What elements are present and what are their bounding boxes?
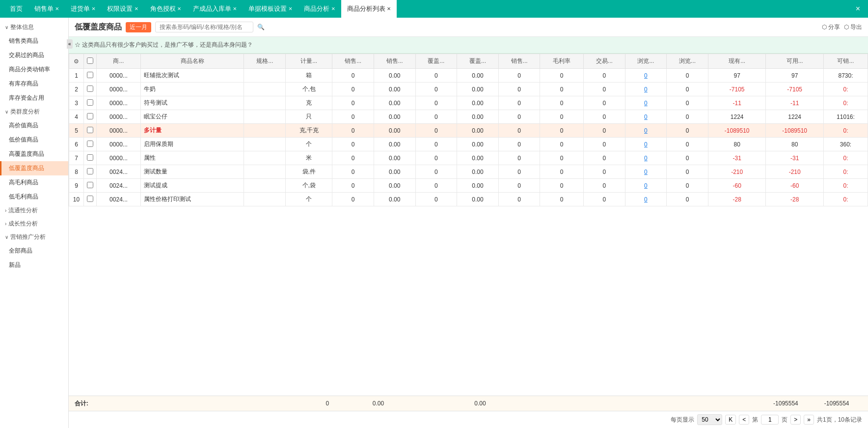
page-size-select[interactable]: 50 100 200: [697, 414, 722, 425]
sidebar-item-low-profit[interactable]: 低毛利商品: [0, 190, 68, 204]
row-unit: 米: [286, 151, 332, 165]
row-checkbox[interactable]: [87, 154, 93, 161]
sidebar-toggle-button[interactable]: «: [67, 39, 69, 49]
sidebar-section-circulation[interactable]: › 流通性分析: [0, 204, 68, 217]
row-browse1[interactable]: 0: [625, 179, 667, 193]
page-title: 低覆盖度商品: [75, 22, 122, 32]
row-sales-x: 0: [498, 151, 540, 165]
close-button[interactable]: ×: [852, 4, 864, 13]
row-browse2: 0: [667, 110, 708, 124]
footer-cells: 0 0.00 0.00 -1095554 -1095554: [98, 399, 862, 408]
table-container[interactable]: ⚙ 商... 商品名称 规格... 计量... 销售... 销售... 覆盖..…: [69, 54, 868, 396]
sidebar-section-overall[interactable]: ∨ 整体信息: [0, 21, 68, 34]
row-browse1[interactable]: 0: [625, 124, 667, 138]
nav-role-auth[interactable]: 角色授权 ×: [144, 0, 187, 18]
sidebar-item-all-products[interactable]: 全部商品: [0, 244, 68, 258]
th-browse1: 浏览...: [625, 54, 667, 69]
row-sales-amt: 0.00: [374, 110, 415, 124]
row-current: -1089510: [708, 124, 766, 138]
row-checkbox[interactable]: [87, 113, 93, 119]
row-cov1: 0: [415, 96, 457, 110]
last-page-button[interactable]: »: [804, 415, 814, 425]
chevron-down-icon: ∨: [5, 25, 8, 30]
first-page-button[interactable]: K: [725, 415, 736, 425]
next-page-button[interactable]: >: [790, 415, 801, 425]
pagination-bar: 每页显示 50 100 200 K < 第 页 > » 共1页，10条记录: [69, 411, 868, 428]
select-all-checkbox[interactable]: [87, 57, 93, 64]
table-header-row: ⚙ 商... 商品名称 规格... 计量... 销售... 销售... 覆盖..…: [69, 54, 868, 69]
info-text: 这类商品只有很少客户购买过，是推广不够，还是商品本身问题？: [82, 41, 253, 48]
row-browse1[interactable]: 0: [625, 69, 667, 83]
search-icon[interactable]: 🔍: [257, 24, 265, 30]
export-button[interactable]: ⬡ 导出: [844, 23, 862, 31]
row-check[interactable]: [84, 69, 97, 83]
time-filter-button[interactable]: 近一月: [126, 22, 151, 32]
th-checkbox[interactable]: [84, 54, 97, 69]
nav-product-storage[interactable]: 产成品入库单 ×: [187, 0, 243, 18]
th-settings[interactable]: ⚙: [69, 54, 84, 69]
nav-permissions[interactable]: 权限设置 ×: [101, 0, 144, 18]
sidebar-section-growth[interactable]: › 成长性分析: [0, 217, 68, 230]
row-browse1[interactable]: 0: [625, 138, 667, 151]
th-sales-amt: 销售...: [374, 54, 415, 69]
row-no: 2: [69, 83, 84, 96]
row-check[interactable]: [84, 193, 97, 206]
nav-product-analysis[interactable]: 商品分析 ×: [298, 0, 341, 18]
row-check[interactable]: [84, 151, 97, 165]
nav-product-analysis-list[interactable]: 商品分析列表 ×: [341, 0, 397, 18]
sidebar-item-traded-products[interactable]: 交易过的商品: [0, 48, 68, 62]
row-cov2: 0.00: [457, 193, 499, 206]
row-trans: 0: [583, 69, 625, 83]
row-spec: [244, 179, 286, 193]
row-browse1[interactable]: 0: [625, 165, 667, 179]
main-layout: « ∨ 整体信息 销售类商品 交易过的商品 商品分类动销率 有库存商品 库存资金…: [0, 18, 868, 428]
row-check[interactable]: [84, 110, 97, 124]
row-browse1[interactable]: 0: [625, 151, 667, 165]
row-checkbox[interactable]: [87, 99, 93, 106]
row-browse1[interactable]: 0: [625, 83, 667, 96]
share-button[interactable]: ⬡ 分享: [822, 23, 840, 31]
sidebar-item-sales-products[interactable]: 销售类商品: [0, 34, 68, 48]
row-unit: 只: [286, 110, 332, 124]
page-number-input[interactable]: [761, 415, 779, 425]
row-browse1[interactable]: 0: [625, 96, 667, 110]
row-checkbox[interactable]: [87, 141, 93, 147]
sidebar-item-in-stock[interactable]: 有库存商品: [0, 77, 68, 91]
sidebar-item-low-coverage[interactable]: 低覆盖度商品: [0, 161, 68, 175]
row-checkbox[interactable]: [87, 196, 93, 202]
sidebar-item-low-value[interactable]: 低价值商品: [0, 133, 68, 147]
row-name: 符号测试: [140, 96, 244, 110]
row-check[interactable]: [84, 83, 97, 96]
sidebar-item-high-profit[interactable]: 高毛利商品: [0, 175, 68, 190]
row-trans: 0: [583, 138, 625, 151]
nav-sales[interactable]: 销售单 ×: [28, 0, 65, 18]
row-check[interactable]: [84, 138, 97, 151]
sidebar-item-category-rate[interactable]: 商品分类动销率: [0, 62, 68, 77]
row-checkbox[interactable]: [87, 86, 93, 92]
sidebar-section-cluster[interactable]: ∨ 类群度分析: [0, 105, 68, 118]
sidebar-section-marketing-label: 营销推广分析: [10, 233, 46, 241]
sidebar-section-marketing[interactable]: ∨ 营销推广分析: [0, 230, 68, 244]
row-check[interactable]: [84, 179, 97, 193]
row-checkbox[interactable]: [87, 182, 93, 188]
prev-page-button[interactable]: <: [739, 415, 749, 425]
row-checkbox[interactable]: [87, 168, 93, 174]
row-browse1[interactable]: 0: [625, 193, 667, 206]
sidebar-item-high-value[interactable]: 高价值商品: [0, 118, 68, 133]
sidebar-item-high-coverage[interactable]: 高覆盖度商品: [0, 147, 68, 161]
row-check[interactable]: [84, 96, 97, 110]
row-check[interactable]: [84, 124, 97, 138]
row-checkbox[interactable]: [87, 127, 93, 133]
row-check[interactable]: [84, 165, 97, 179]
nav-home[interactable]: 首页: [4, 0, 28, 18]
sidebar-item-new-products[interactable]: 新品: [0, 258, 68, 272]
row-checkbox[interactable]: [87, 72, 93, 78]
search-input[interactable]: [155, 22, 253, 32]
nav-template-settings[interactable]: 单据模板设置 ×: [243, 0, 298, 18]
row-cov1: 0: [415, 124, 457, 138]
nav-purchase[interactable]: 进货单 ×: [65, 0, 101, 18]
row-browse2: 0: [667, 138, 708, 151]
row-browse1[interactable]: 0: [625, 110, 667, 124]
export-label: 导出: [850, 23, 862, 31]
sidebar-item-capital[interactable]: 库存资金占用: [0, 91, 68, 105]
